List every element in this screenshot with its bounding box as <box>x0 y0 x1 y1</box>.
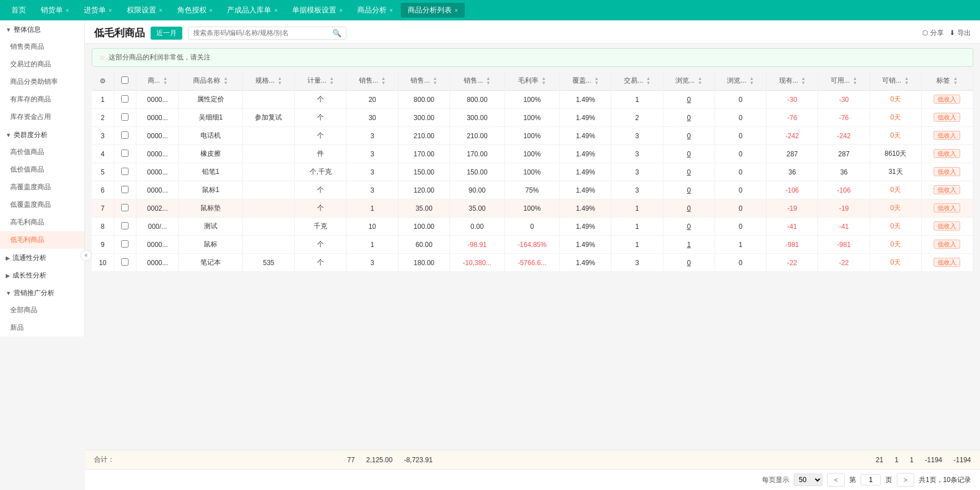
sidebar-item-in-stock[interactable]: 有库存的商品 <box>0 91 84 108</box>
row-checkbox[interactable] <box>114 254 136 272</box>
nav-role-auth[interactable]: 角色授权 × <box>170 3 220 18</box>
nav-product-storage[interactable]: 产成品入库单 × <box>220 3 284 18</box>
prev-page-button[interactable]: ＜ <box>827 473 845 487</box>
sidebar-item-category-rate[interactable]: 商品分类助销率 <box>0 73 84 91</box>
row-select-checkbox[interactable] <box>121 95 129 103</box>
row-browse1[interactable]: 0 <box>663 91 714 109</box>
row-checkbox[interactable] <box>114 109 136 127</box>
column-browse2[interactable]: 浏览... ▲▼ <box>714 71 766 91</box>
column-gross-margin[interactable]: 毛利率 ▲▼ <box>504 71 560 91</box>
close-icon[interactable]: × <box>339 7 343 14</box>
sidebar-section-marketing[interactable]: ▼ 营销推广分析 <box>0 284 84 301</box>
nav-purchase-order[interactable]: 进货单 × <box>77 3 119 18</box>
table-row: 2 0000... 吴细细1 参加复试 个 30 300.00 300.00 1… <box>92 109 973 127</box>
nav-permission-settings[interactable]: 权限设置 × <box>120 3 169 18</box>
column-settings[interactable]: ⚙ <box>92 71 114 91</box>
column-spec[interactable]: 规格... ▲▼ <box>242 71 294 91</box>
sidebar-item-all-products[interactable]: 全部商品 <box>0 301 84 319</box>
column-sales-price[interactable]: 销售... ▲▼ <box>398 71 450 91</box>
row-browse1[interactable]: 0 <box>663 145 714 163</box>
column-saleable[interactable]: 可销... ▲▼ <box>870 71 921 91</box>
sidebar-collapse-button[interactable]: « <box>80 250 92 261</box>
footer-sales-qty-total: 77 <box>347 456 354 464</box>
row-checkbox[interactable] <box>114 181 136 199</box>
row-browse1[interactable]: 1 <box>663 236 714 254</box>
row-browse1[interactable]: 0 <box>663 181 714 199</box>
column-unit[interactable]: 计量... ▲▼ <box>295 71 346 91</box>
row-checkbox[interactable] <box>114 236 136 254</box>
sidebar-item-stock-funds[interactable]: 库存资金占用 <box>0 108 84 126</box>
column-available[interactable]: 可用... ▲▼ <box>818 71 870 91</box>
row-browse1[interactable]: 0 <box>663 254 714 272</box>
column-trade[interactable]: 交易... ▲▼ <box>611 71 663 91</box>
sidebar-section-overview[interactable]: ▼ 整体信息 <box>0 20 84 38</box>
column-browse1[interactable]: 浏览... ▲▼ <box>663 71 714 91</box>
row-checkbox[interactable] <box>114 127 136 145</box>
row-select-checkbox[interactable] <box>121 186 129 193</box>
nav-home[interactable]: 首页 <box>5 3 33 18</box>
close-icon[interactable]: × <box>390 7 393 14</box>
row-browse1[interactable]: 0 <box>663 163 714 181</box>
per-page-label: 每页显示 <box>762 475 789 485</box>
column-checkbox[interactable] <box>114 71 136 91</box>
tag-badge: 低收入 <box>934 113 960 122</box>
search-input[interactable] <box>193 29 332 37</box>
close-icon[interactable]: × <box>209 7 213 14</box>
row-browse1[interactable]: 0 <box>663 218 714 236</box>
sidebar-section-cluster[interactable]: ▼ 类群度分析 <box>0 126 84 143</box>
column-current-stock[interactable]: 现有... ▲▼ <box>767 71 818 91</box>
row-select-checkbox[interactable] <box>121 168 129 175</box>
page-number-input[interactable] <box>861 474 881 485</box>
nav-template-settings[interactable]: 单据模板设置 × <box>285 3 349 18</box>
sidebar-section-flow[interactable]: ▶ 流通性分析 <box>0 249 84 266</box>
share-button[interactable]: ⬡ 分享 <box>922 28 944 38</box>
sidebar-item-sales-products[interactable]: 销售类商品 <box>0 38 84 56</box>
sidebar-item-high-coverage[interactable]: 高覆盖度商品 <box>0 178 84 196</box>
sidebar-item-new-products[interactable]: 新品 <box>0 319 84 336</box>
next-page-button[interactable]: ＞ <box>897 473 914 487</box>
select-all-checkbox[interactable] <box>121 76 129 84</box>
search-box[interactable]: 🔍 <box>188 27 346 40</box>
sidebar-section-growth[interactable]: ▶ 成长性分析 <box>0 266 84 284</box>
column-code[interactable]: 商... ▲▼ <box>136 71 179 91</box>
row-select-checkbox[interactable] <box>121 258 129 266</box>
row-browse1[interactable]: 0 <box>663 127 714 145</box>
row-browse1[interactable]: 0 <box>663 199 714 218</box>
row-checkbox[interactable] <box>114 91 136 109</box>
export-button[interactable]: ⬇ 导出 <box>949 28 971 38</box>
row-select-checkbox[interactable] <box>121 240 129 248</box>
sidebar-item-low-coverage[interactable]: 低覆盖度商品 <box>0 196 84 214</box>
nav-product-analysis[interactable]: 商品分析 × <box>350 3 400 18</box>
row-browse1[interactable]: 0 <box>663 109 714 127</box>
close-icon[interactable]: × <box>66 7 69 14</box>
period-button[interactable]: 近一月 <box>151 27 182 40</box>
row-checkbox[interactable] <box>114 145 136 163</box>
row-coverage: 1.49% <box>560 199 611 218</box>
nav-product-analysis-list[interactable]: 商品分析列表 × <box>401 3 465 18</box>
column-coverage[interactable]: 覆盖... ▲▼ <box>560 71 611 91</box>
column-sales-amount[interactable]: 销售... ▲▼ <box>450 71 504 91</box>
sidebar-item-high-margin[interactable]: 高毛利商品 <box>0 214 84 231</box>
row-checkbox[interactable] <box>114 218 136 236</box>
column-sales-qty[interactable]: 销售... ▲▼ <box>346 71 398 91</box>
close-icon[interactable]: × <box>455 7 458 14</box>
row-select-checkbox[interactable] <box>121 204 129 211</box>
close-icon[interactable]: × <box>109 7 112 14</box>
row-select-checkbox[interactable] <box>121 222 129 229</box>
per-page-select[interactable]: 50 20 100 <box>794 474 823 486</box>
sidebar-item-low-value[interactable]: 低价值商品 <box>0 161 84 178</box>
row-select-checkbox[interactable] <box>121 131 129 139</box>
row-checkbox[interactable] <box>114 199 136 218</box>
column-tag[interactable]: 标签 ▲▼ <box>921 71 973 91</box>
row-select-checkbox[interactable] <box>121 150 129 157</box>
nav-sales-order[interactable]: 销货单 × <box>34 3 76 18</box>
column-name[interactable]: 商品名称 ▲▼ <box>179 71 242 91</box>
row-select-checkbox[interactable] <box>121 113 129 121</box>
sidebar-item-low-margin[interactable]: 低毛利商品 <box>0 231 84 249</box>
sidebar-item-traded-products[interactable]: 交易过的商品 <box>0 56 84 73</box>
close-icon[interactable]: × <box>274 7 277 14</box>
header-actions: ⬡ 分享 ⬇ 导出 <box>922 28 971 38</box>
sidebar-item-high-value[interactable]: 高价值商品 <box>0 143 84 161</box>
row-checkbox[interactable] <box>114 163 136 181</box>
close-icon[interactable]: × <box>159 7 162 14</box>
